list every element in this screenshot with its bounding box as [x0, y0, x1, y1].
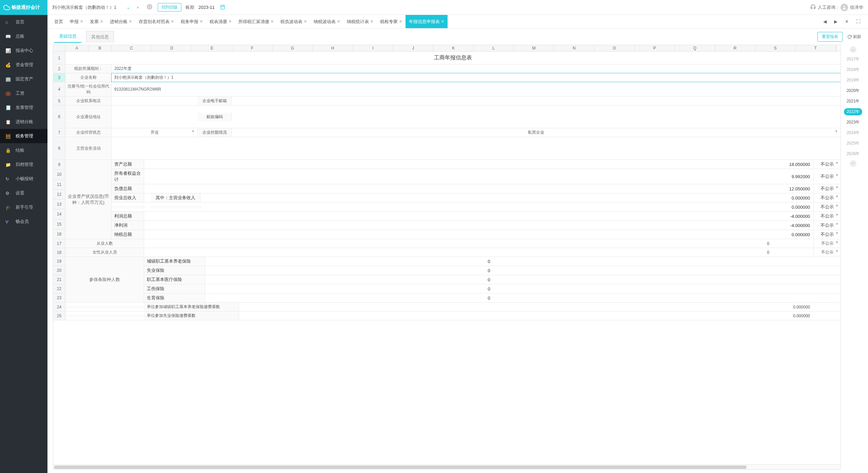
- row-header[interactable]: 8: [53, 137, 65, 159]
- col-header[interactable]: E: [192, 45, 232, 51]
- tab-other-info[interactable]: 其他信息: [86, 31, 114, 43]
- refresh-button[interactable]: 刷新: [847, 34, 861, 40]
- nav-item-13[interactable]: 🎓新手引导: [0, 200, 47, 214]
- row-header[interactable]: 2: [53, 64, 65, 73]
- row-header[interactable]: 4: [53, 82, 65, 96]
- publish-select[interactable]: 不公示: [813, 221, 841, 230]
- col-header[interactable]: A: [65, 45, 88, 51]
- col-header[interactable]: N: [554, 45, 594, 51]
- row-header[interactable]: 9: [53, 160, 65, 170]
- col-header[interactable]: J: [393, 45, 434, 51]
- year-up-icon[interactable]: ︿: [850, 46, 856, 53]
- col-header[interactable]: Q: [675, 45, 715, 51]
- close-icon[interactable]: ✕: [100, 19, 103, 24]
- company-name-cell[interactable]: 刘小艳演示账套（勿删勿动！）1: [111, 73, 841, 82]
- holding-select[interactable]: 私营企业: [232, 128, 841, 137]
- close-icon[interactable]: ✕: [271, 19, 274, 24]
- close-icon[interactable]: ✕: [129, 19, 132, 24]
- year-2022年[interactable]: 2022年: [844, 108, 863, 115]
- value[interactable]: 12.050000: [144, 186, 813, 191]
- value[interactable]: 0: [205, 286, 773, 291]
- col-header[interactable]: S: [755, 45, 796, 51]
- value[interactable]: 0.000000: [200, 195, 813, 201]
- col-header[interactable]: I: [353, 45, 393, 51]
- tab-basic-info[interactable]: 基础信息: [54, 31, 81, 43]
- close-icon[interactable]: ✕: [229, 19, 232, 24]
- tab-close-all-icon[interactable]: ✕: [843, 18, 851, 25]
- row-header[interactable]: 10: [53, 170, 65, 179]
- publish-select[interactable]: 不公示: [813, 212, 841, 221]
- consult-link[interactable]: 人工咨询: [818, 4, 835, 11]
- value[interactable]: 0.000000: [239, 314, 813, 318]
- value[interactable]: 0.000000: [200, 205, 813, 210]
- row-header[interactable]: 11: [53, 180, 65, 190]
- tab-9[interactable]: 纳税波动表✕: [310, 15, 343, 28]
- close-icon[interactable]: ✕: [337, 19, 340, 24]
- row-header[interactable]: 6: [53, 106, 65, 128]
- tab-next-icon[interactable]: ▶: [832, 18, 840, 25]
- publish-select[interactable]: 不公示: [813, 230, 841, 239]
- col-header[interactable]: P: [635, 45, 675, 51]
- value[interactable]: 0.000000: [239, 305, 813, 309]
- nav-item-3[interactable]: 💰资金管理: [0, 58, 47, 72]
- close-icon[interactable]: ✕: [304, 19, 307, 24]
- row-header[interactable]: 22: [53, 284, 65, 294]
- gear-icon[interactable]: [145, 3, 154, 12]
- tab-1[interactable]: 申报✕: [66, 15, 86, 28]
- year-2021年[interactable]: 2021年: [845, 98, 862, 105]
- account-selector[interactable]: 刘小艳演示账套（勿删勿动！）1 ⌄: [52, 4, 130, 11]
- tab-7[interactable]: 所得税汇算清缴✕: [235, 15, 277, 28]
- value[interactable]: 0: [205, 277, 773, 282]
- row-header[interactable]: 24: [53, 303, 65, 311]
- nav-item-2[interactable]: 📊报表中心: [0, 43, 47, 58]
- row-header[interactable]: 12: [53, 190, 65, 200]
- value[interactable]: -4.000000: [144, 223, 813, 228]
- col-header[interactable]: T: [795, 45, 836, 51]
- publish-select[interactable]: 不公示: [813, 203, 841, 211]
- nav-item-11[interactable]: ↻小畅报销: [0, 172, 47, 186]
- publish-select[interactable]: 不公示: [813, 172, 841, 181]
- tab-prev-icon[interactable]: ◀: [821, 18, 829, 25]
- tab-10[interactable]: 纳税统计表✕: [343, 15, 377, 28]
- col-header[interactable]: G: [273, 45, 313, 51]
- row-header[interactable]: 14: [53, 209, 65, 219]
- row-header[interactable]: 13: [53, 200, 65, 209]
- col-header[interactable]: D: [152, 45, 192, 51]
- value[interactable]: -4.000000: [144, 214, 813, 219]
- close-icon[interactable]: ✕: [399, 19, 402, 24]
- close-icon[interactable]: ✕: [200, 19, 203, 24]
- row-header[interactable]: 5: [53, 97, 65, 105]
- row-header[interactable]: 16: [53, 229, 65, 239]
- tab-6[interactable]: 税表清册✕: [206, 15, 235, 28]
- tab-5[interactable]: 税务申报✕: [177, 15, 206, 28]
- row-header[interactable]: 21: [53, 275, 65, 284]
- nav-item-6[interactable]: 🧾发票管理: [0, 100, 47, 115]
- col-header[interactable]: F: [232, 45, 273, 51]
- close-icon[interactable]: ✕: [171, 19, 174, 24]
- close-icon[interactable]: ✕: [370, 19, 373, 24]
- spreadsheet[interactable]: ABCDEFGHIJKLMNOPQRST 1工商年报信息表2税款所属期间：202…: [53, 45, 841, 470]
- row-header[interactable]: 15: [53, 220, 65, 229]
- tab-3[interactable]: 进销台账✕: [106, 15, 135, 28]
- nav-item-0[interactable]: ⌂首页: [0, 15, 47, 29]
- switch-old-button[interactable]: 切到旧版: [158, 3, 181, 12]
- publish-select[interactable]: 不公示: [813, 239, 841, 248]
- add-icon[interactable]: ＋: [134, 3, 141, 12]
- nav-item-1[interactable]: 📖总账: [0, 29, 47, 43]
- tab-12[interactable]: 年报信息申报表✕: [406, 15, 448, 28]
- row-header[interactable]: 25: [53, 311, 65, 320]
- row-header[interactable]: 23: [53, 294, 65, 302]
- col-header[interactable]: O: [594, 45, 635, 51]
- row-header[interactable]: 7: [53, 128, 65, 137]
- horizontal-scrollbar[interactable]: [53, 465, 841, 469]
- year-down-icon[interactable]: ﹀: [850, 160, 856, 167]
- close-icon[interactable]: ✕: [80, 19, 83, 24]
- avatar[interactable]: [841, 4, 848, 11]
- reset-report-button[interactable]: 重置报表: [817, 32, 843, 42]
- publish-select[interactable]: 不公示: [813, 160, 841, 169]
- nav-item-14[interactable]: V畅会员: [0, 214, 47, 229]
- year-2020年[interactable]: 2020年: [845, 87, 862, 94]
- row-header[interactable]: 19: [53, 257, 65, 266]
- nav-item-12[interactable]: ⚙设置: [0, 186, 47, 200]
- col-header[interactable]: B: [88, 45, 112, 51]
